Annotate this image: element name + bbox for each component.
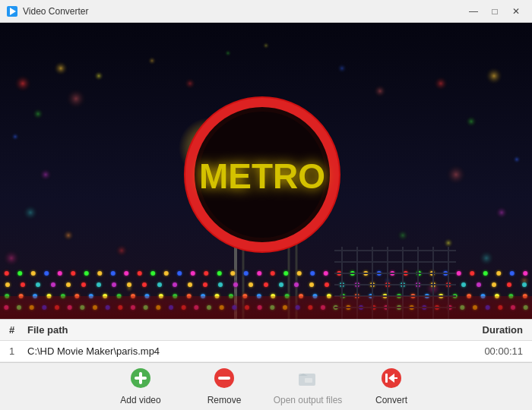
row-path: C:\HD Movie Maker\paris.mp4 — [27, 345, 433, 357]
app-icon — [6, 5, 18, 17]
open-output-button: Open output files — [266, 363, 350, 410]
title-bar: Video Converter — □ ✕ — [0, 0, 532, 23]
row-duration: 00:00:11 — [433, 345, 532, 357]
file-list-area: # File path Duration 1 C:\HD Movie Maker… — [0, 319, 532, 362]
file-list-header: # File path Duration — [0, 320, 532, 341]
maximize-button[interactable]: □ — [485, 3, 505, 20]
app-title: Video Converter — [23, 6, 464, 17]
svg-rect-11 — [385, 374, 388, 383]
file-rows: 1 C:\HD Movie Maker\paris.mp4 00:00:11 — [0, 341, 532, 362]
header-path: File path — [27, 324, 433, 336]
window-controls: — □ ✕ — [464, 3, 526, 20]
video-canvas — [0, 23, 532, 319]
convert-button[interactable]: Convert — [350, 363, 433, 410]
remove-button[interactable]: Remove — [182, 363, 266, 410]
convert-label: Convert — [375, 395, 407, 405]
add-video-label: Add video — [120, 395, 160, 405]
remove-icon — [214, 367, 235, 392]
add-video-button[interactable]: Add video — [99, 363, 182, 410]
svg-rect-8 — [305, 378, 312, 383]
row-num: 1 — [0, 345, 27, 357]
remove-label: Remove — [207, 395, 242, 405]
open-output-label: Open output files — [274, 395, 343, 405]
header-duration: Duration — [433, 324, 532, 336]
svg-rect-4 — [135, 377, 147, 380]
header-num: # — [0, 324, 27, 336]
open-output-icon — [297, 367, 318, 392]
close-button[interactable]: ✕ — [506, 3, 526, 20]
convert-icon — [381, 367, 402, 392]
svg-rect-6 — [218, 377, 230, 380]
table-row[interactable]: 1 C:\HD Movie Maker\paris.mp4 00:00:11 — [0, 341, 532, 362]
add-video-icon — [130, 367, 151, 392]
toolbar: Add video Remove Open output files — [0, 362, 532, 409]
minimize-button[interactable]: — — [464, 3, 483, 20]
video-preview — [0, 23, 532, 319]
